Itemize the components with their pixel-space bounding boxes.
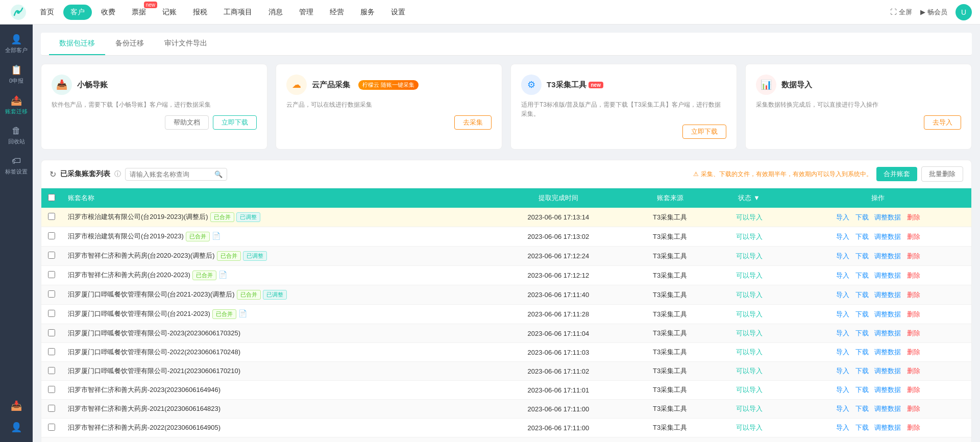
batch-delete-button[interactable]: 批量删除 <box>921 166 963 182</box>
row-name: 汩罗市智祥仁济和善大药房(台2020-2023)已合并📄 <box>62 266 490 285</box>
nav-item-消息[interactable]: 消息 <box>261 5 290 20</box>
row-checkbox[interactable] <box>48 386 55 393</box>
sidebar-bottom-item[interactable]: 👤 <box>9 416 24 438</box>
sidebar-item-标签设置[interactable]: 🏷 标签设置 <box>0 151 33 181</box>
delete-action[interactable]: 删除 <box>907 367 920 375</box>
row-checkbox[interactable] <box>48 367 55 374</box>
adjust-action[interactable]: 调整数据 <box>874 329 901 337</box>
nav-item-记账[interactable]: 记账 <box>155 5 184 20</box>
download-action[interactable]: 下载 <box>855 213 869 221</box>
tab-数据包迁移[interactable]: 数据包迁移 <box>49 33 105 55</box>
download-action[interactable]: 下载 <box>855 233 869 240</box>
adjust-action[interactable]: 调整数据 <box>874 386 901 394</box>
import-action[interactable]: 导入 <box>836 405 849 412</box>
sidebar-bottom-item[interactable]: 📥 <box>9 395 24 416</box>
row-checkbox[interactable] <box>48 310 55 317</box>
download-action[interactable]: 下载 <box>855 348 869 356</box>
import-action[interactable]: 导入 <box>836 310 849 318</box>
sidebar-item-全部客户[interactable]: 👤 全部客户 <box>0 29 33 59</box>
user-avatar[interactable]: U <box>955 4 972 20</box>
table-row: 汩罗厦门口哔呱餐饮管理有限公司-2022(20230606170248)2023… <box>41 343 971 362</box>
import-action[interactable]: 导入 <box>836 329 849 337</box>
delete-action[interactable]: 删除 <box>907 213 920 221</box>
adjust-action[interactable]: 调整数据 <box>874 233 901 240</box>
adjust-action[interactable]: 调整数据 <box>874 424 901 431</box>
delete-action[interactable]: 删除 <box>907 272 920 279</box>
nav-item-报税[interactable]: 报税 <box>186 5 214 20</box>
nav-item-服务[interactable]: 服务 <box>353 5 382 20</box>
download-action[interactable]: 下载 <box>855 367 869 375</box>
tab-审计文件导出[interactable]: 审计文件导出 <box>154 33 217 55</box>
import-action[interactable]: 导入 <box>836 386 849 394</box>
search-icon[interactable]: 🔍 <box>214 170 223 178</box>
adjust-action[interactable]: 调整数据 <box>874 310 901 318</box>
delete-action[interactable]: 删除 <box>907 291 920 299</box>
import-action[interactable]: 导入 <box>836 213 849 221</box>
nav-item-客户[interactable]: 客户 <box>63 5 92 20</box>
delete-action[interactable]: 删除 <box>907 386 920 394</box>
row-checkbox[interactable] <box>48 252 55 259</box>
tab-备份迁移[interactable]: 备份迁移 <box>105 33 154 55</box>
nav-item-首页[interactable]: 首页 <box>33 5 61 20</box>
delete-action[interactable]: 删除 <box>907 233 920 240</box>
download-action[interactable]: 下载 <box>855 386 869 394</box>
download-action[interactable]: 下载 <box>855 329 869 337</box>
import-action[interactable]: 导入 <box>836 252 849 260</box>
download-action[interactable]: 下载 <box>855 405 869 412</box>
row-checkbox[interactable] <box>48 405 55 412</box>
adjust-action[interactable]: 调整数据 <box>874 252 901 260</box>
sidebar-item-回收站[interactable]: 🗑 回收站 <box>0 120 33 151</box>
select-all-checkbox[interactable] <box>48 194 55 201</box>
nav-item-经营[interactable]: 经营 <box>323 5 351 20</box>
download-action[interactable]: 下载 <box>855 252 869 260</box>
delete-action[interactable]: 删除 <box>907 348 920 356</box>
import-action[interactable]: 导入 <box>836 424 849 431</box>
adjust-action[interactable]: 调整数据 <box>874 348 901 356</box>
row-checkbox[interactable] <box>48 213 55 220</box>
delete-action[interactable]: 删除 <box>907 405 920 412</box>
import-action[interactable]: 导入 <box>836 272 849 279</box>
row-checkbox[interactable] <box>48 290 55 298</box>
row-checkbox[interactable] <box>48 271 55 278</box>
row-status: 可以导入 <box>736 272 763 279</box>
nav-item-工商项目[interactable]: 工商项目 <box>216 5 259 20</box>
download-action[interactable]: 下载 <box>855 291 869 299</box>
sidebar-item-0申报[interactable]: 📋 0申报 <box>0 59 33 90</box>
import-action[interactable]: 导入 <box>836 348 849 356</box>
app-logo[interactable] <box>8 2 29 22</box>
import-action[interactable]: 导入 <box>836 233 849 240</box>
nav-item-设置[interactable]: 设置 <box>384 5 412 20</box>
delete-action[interactable]: 删除 <box>907 329 920 337</box>
card-btn-去导入[interactable]: 去导入 <box>924 115 961 130</box>
row-checkbox[interactable] <box>48 232 55 239</box>
card-btn-帮助文档[interactable]: 帮助文档 <box>165 115 209 130</box>
import-action[interactable]: 导入 <box>836 367 849 375</box>
nav-item-收费[interactable]: 收费 <box>94 5 122 20</box>
import-action[interactable]: 导入 <box>836 291 849 299</box>
nav-item-管理[interactable]: 管理 <box>292 5 321 20</box>
adjust-action[interactable]: 调整数据 <box>874 272 901 279</box>
card-btn-去采集[interactable]: 去采集 <box>454 115 492 130</box>
adjust-action[interactable]: 调整数据 <box>874 291 901 299</box>
vip-button[interactable]: ▶ 畅会员 <box>920 8 947 17</box>
download-action[interactable]: 下载 <box>855 272 869 279</box>
delete-action[interactable]: 删除 <box>907 252 920 260</box>
download-action[interactable]: 下载 <box>855 424 869 431</box>
row-checkbox[interactable] <box>48 348 55 355</box>
refresh-button[interactable]: ↻ <box>50 169 56 179</box>
merge-button[interactable]: 合并账套 <box>876 167 917 181</box>
adjust-action[interactable]: 调整数据 <box>874 405 901 412</box>
row-checkbox[interactable] <box>48 424 55 431</box>
card-btn-立即下载[interactable]: 立即下载 <box>213 115 257 130</box>
sidebar-icon: 👤 <box>11 34 22 45</box>
adjust-action[interactable]: 调整数据 <box>874 367 901 375</box>
row-checkbox[interactable] <box>48 329 55 336</box>
fullscreen-button[interactable]: ⛶ 全屏 <box>890 8 912 17</box>
download-action[interactable]: 下载 <box>855 310 869 318</box>
sidebar-item-账套迁移[interactable]: 📤 账套迁移 <box>0 90 33 120</box>
card-btn-立即下载[interactable]: 立即下载 <box>682 125 726 139</box>
adjust-action[interactable]: 调整数据 <box>874 213 901 221</box>
delete-action[interactable]: 删除 <box>907 424 920 431</box>
search-input[interactable] <box>130 170 212 178</box>
delete-action[interactable]: 删除 <box>907 310 920 318</box>
